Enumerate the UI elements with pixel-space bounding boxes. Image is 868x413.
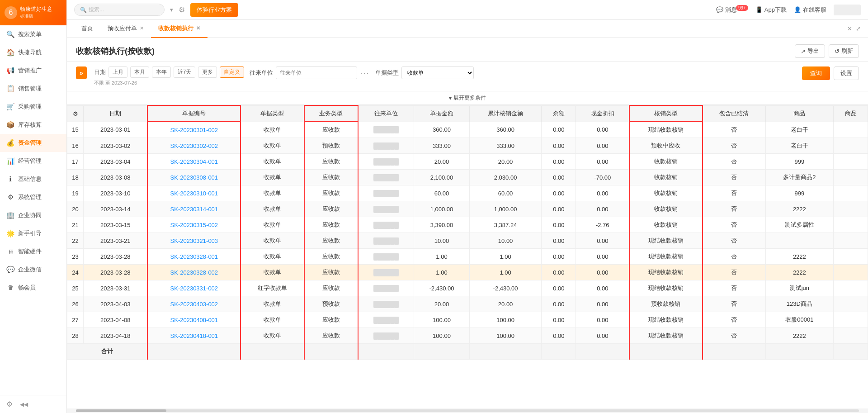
row-doc-no[interactable]: SK-20230328-001	[147, 249, 241, 265]
sidebar-item-basic[interactable]: ℹ 基础信息	[0, 170, 66, 188]
tab-collection-label: 收款核销执行	[158, 24, 193, 33]
tab-expand-icon[interactable]: ⤢	[856, 25, 861, 32]
topbar: 🔍 搜索... ▾ ⚙ 体验行业方案 💬 消息 99+ 📱 App下载 👤 在线…	[67, 0, 868, 20]
row-doc-no[interactable]: SK-20230403-002	[147, 296, 241, 312]
export-label: 导出	[807, 47, 819, 55]
sidebar-item-system[interactable]: ⚙ 系统管理	[0, 188, 66, 206]
row-doc-no[interactable]: SK-20230331-002	[147, 280, 241, 296]
row-doc-no[interactable]: SK-20230328-002	[147, 265, 241, 280]
table-row: 162023-03-02SK-20230302-002收款单预收款██████3…	[67, 138, 868, 154]
sidebar-item-hardware[interactable]: 🖥 智能硬件	[0, 242, 66, 261]
tab-prepay-close-icon[interactable]: ✕	[140, 25, 144, 31]
row-doc-no[interactable]: SK-20230408-001	[147, 312, 241, 328]
sidebar-item-label: 营销推广	[18, 66, 42, 75]
row-partner: ██████	[358, 138, 414, 154]
filter-7days-btn[interactable]: 近7天	[174, 66, 196, 78]
scrollbar-thumb[interactable]	[76, 409, 166, 412]
industry-solution-button[interactable]: 体验行业方案	[190, 3, 238, 17]
row-id: 16	[67, 138, 84, 154]
filter-partner-group: 往来单位 ···	[250, 66, 369, 79]
table-body: 152023-03-01SK-20230301-002收款单应收款██████3…	[67, 122, 868, 344]
tab-home[interactable]: 首页	[74, 20, 100, 38]
collapse-icon[interactable]: ◀◀	[20, 401, 28, 408]
row-doc-no[interactable]: SK-20230418-001	[147, 328, 241, 344]
sidebar-item-operations[interactable]: 📊 经营管理	[0, 152, 66, 170]
partner-dots-icon[interactable]: ···	[360, 68, 369, 78]
search-menu-icon: 🔍	[6, 30, 14, 38]
filter-right: 查询 设置	[802, 66, 859, 80]
user-avatar[interactable]	[834, 5, 861, 15]
table-row: 262023-04-03SK-20230403-002收款单预收款██████2…	[67, 296, 868, 312]
row-date: 2023-03-28	[84, 249, 148, 265]
partner-input[interactable]	[276, 66, 357, 79]
topbar-search-box[interactable]: 🔍 搜索...	[74, 4, 165, 16]
row-doc-no[interactable]: SK-20230301-002	[147, 122, 241, 138]
row-doc-no[interactable]: SK-20230321-003	[147, 233, 241, 249]
sidebar-item-guide[interactable]: 🌟 新手引导	[0, 224, 66, 242]
logo-icon: 6	[5, 6, 17, 19]
messages-button[interactable]: 💬 消息 99+	[716, 6, 748, 14]
row-id: 26	[67, 296, 84, 312]
row-verified: 100.00	[469, 328, 542, 344]
sidebar-bottom: ⚙ ◀◀	[0, 395, 66, 413]
sidebar-item-quick[interactable]: 🏠 快捷导航	[0, 43, 66, 62]
col-date: 日期	[84, 105, 148, 122]
filter-custom-btn[interactable]: 自定义	[220, 66, 244, 78]
sidebar-item-member[interactable]: ♛ 畅会员	[0, 279, 66, 297]
filter-settings-button[interactable]: 设置	[834, 66, 859, 80]
settings-bottom-icon[interactable]: ⚙	[6, 400, 13, 408]
filter-this-month-btn[interactable]: 本月	[130, 66, 149, 78]
row-doc-no[interactable]: SK-20230310-001	[147, 185, 241, 201]
row-doc-no[interactable]: SK-20230315-002	[147, 217, 241, 233]
tab-collection[interactable]: 收款核销执行 ✕	[151, 20, 208, 38]
filter-more-btn[interactable]: 更多	[198, 66, 217, 78]
row-doc-no[interactable]: SK-20230314-001	[147, 201, 241, 217]
sidebar-item-finance[interactable]: 💰 资金管理	[0, 134, 66, 152]
filter-last-month-btn[interactable]: 上月	[108, 66, 127, 78]
sidebar-item-purchase[interactable]: 🛒 采购管理	[0, 98, 66, 116]
expand-more-button[interactable]: ▾ 展开更多条件	[449, 94, 486, 102]
tab-collection-close-icon[interactable]: ✕	[196, 25, 200, 31]
horizontal-scrollbar[interactable]	[67, 408, 868, 413]
tab-close-all-icon[interactable]: ✕	[847, 25, 852, 32]
row-discount: 0.00	[576, 312, 630, 328]
table-footer-row: 合计	[67, 344, 868, 360]
sidebar-item-marketing[interactable]: 📢 营销推广	[0, 62, 66, 80]
row-discount: 0.00	[576, 280, 630, 296]
row-biz-type: 应收款	[304, 185, 358, 201]
sidebar-item-sales[interactable]: 📋 销售管理	[0, 80, 66, 98]
export-button[interactable]: ↗ 导出	[795, 44, 825, 58]
row-id: 21	[67, 217, 84, 233]
row-doc-no[interactable]: SK-20230302-002	[147, 138, 241, 154]
doctype-select[interactable]: 收款单 红字收款单	[401, 66, 474, 79]
footer-include-settled	[703, 344, 766, 360]
tab-prepay[interactable]: 预收应付单 ✕	[100, 20, 151, 38]
row-biz-type: 应收款	[304, 265, 358, 280]
sidebar-item-corp[interactable]: 🏢 企业协同	[0, 206, 66, 224]
refresh-button[interactable]: ↺ 刷新	[829, 44, 859, 58]
row-goods2	[834, 328, 868, 344]
filter-this-year-btn[interactable]: 本年	[152, 66, 171, 78]
table-area[interactable]: ⚙ 日期 单据编号 单据类型 业务类型 往来单位 单据金额 累计核销金额 余额 …	[67, 105, 868, 408]
gear-icon[interactable]: ⚙	[179, 5, 185, 14]
sidebar-item-search[interactable]: 🔍 搜索菜单	[0, 25, 66, 43]
sidebar-item-wechat[interactable]: 💬 企业微信	[0, 261, 66, 279]
sidebar-item-inventory[interactable]: 📦 库存核算	[0, 116, 66, 134]
query-button[interactable]: 查询	[802, 66, 830, 80]
row-doc-no[interactable]: SK-20230308-001	[147, 170, 241, 185]
row-date: 2023-03-02	[84, 138, 148, 154]
row-biz-type: 应收款	[304, 217, 358, 233]
online-service-button[interactable]: 👤 在线客服	[794, 6, 826, 14]
filter-toggle-button[interactable]: »	[76, 66, 87, 79]
table-header-row: ⚙ 日期 单据编号 单据类型 业务类型 往来单位 单据金额 累计核销金额 余额 …	[67, 105, 868, 122]
app-download-button[interactable]: 📱 App下载	[755, 6, 787, 14]
row-doc-no[interactable]: SK-20230304-001	[147, 154, 241, 170]
row-discount: 0.00	[576, 185, 630, 201]
row-include-settled: 否	[703, 154, 766, 170]
row-cancel-type: 收款核销	[629, 170, 702, 185]
filter-row: 日期 上月 本月 本年 近7天 更多 自定义 不限 至 2023-07-26 往…	[94, 66, 795, 86]
row-cancel-type: 收款核销	[629, 217, 702, 233]
row-biz-type: 应收款	[304, 312, 358, 328]
row-include-settled: 否	[703, 138, 766, 154]
col-settings[interactable]: ⚙	[67, 105, 84, 122]
